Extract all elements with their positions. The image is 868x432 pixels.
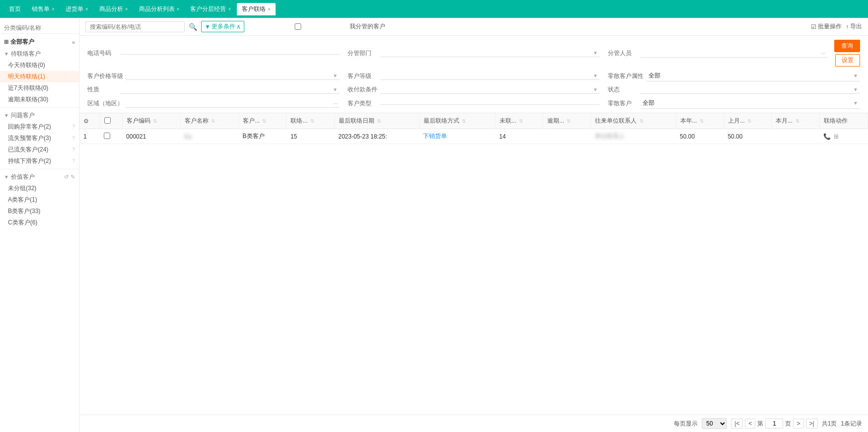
filter-input-price-level[interactable]: ▼ xyxy=(126,72,340,80)
filter-input-phone[interactable] xyxy=(120,52,340,55)
col-check[interactable] xyxy=(100,113,122,129)
nav-analysis[interactable]: 商品分析 × xyxy=(94,3,133,15)
prev-page-button[interactable]: < xyxy=(745,419,755,429)
sort-icon-year[interactable]: ⇅ xyxy=(700,118,704,124)
search-input[interactable] xyxy=(85,21,185,32)
nav-purchase[interactable]: 进货单 × xyxy=(61,3,93,15)
sidebar-search-bar: 🔍 xyxy=(0,22,79,34)
filter-row-retail-attr: 零散客户属性 全部▼ xyxy=(608,71,860,81)
caret-down-icon-8: ▼ xyxy=(853,100,858,106)
cell-last-date: 2023-05-23 18:25: xyxy=(334,129,419,144)
sidebar-item-churn-warning[interactable]: 流失预警客户(3) ? xyxy=(0,133,79,144)
sidebar-item-c-class[interactable]: C类客户(6) xyxy=(0,217,79,228)
col-gear[interactable]: ⚙ xyxy=(79,113,100,129)
filter-input-dept[interactable]: ▼ xyxy=(380,49,600,57)
sidebar-item-ungrouped[interactable]: 未分组(32) xyxy=(0,183,79,194)
sort-icon-code[interactable]: ⇅ xyxy=(153,118,157,124)
row-checkbox[interactable] xyxy=(104,133,110,139)
settings-button[interactable]: 设置 xyxy=(835,54,860,67)
sidebar-item-b-class[interactable]: B类客户(33) xyxy=(0,206,79,217)
close-analysis-list-tab[interactable]: × xyxy=(177,6,180,12)
query-button[interactable]: 查询 xyxy=(834,40,860,52)
search-button[interactable]: 🔍 xyxy=(189,23,197,31)
more-conditions-button[interactable]: ▼ 更多条件 ∧ xyxy=(201,21,244,32)
sort-icon-lastmonth[interactable]: ⇅ xyxy=(747,118,751,124)
sort-icon-date[interactable]: ⇅ xyxy=(377,118,381,124)
sidebar-group-problem[interactable]: ▼ 问题客户 xyxy=(0,110,79,121)
filter-label-retail-cust: 零散客户 xyxy=(608,99,638,108)
cell-code: 000021 xyxy=(122,129,180,144)
sort-icon-name[interactable]: ⇅ xyxy=(211,118,215,124)
next-page-button[interactable]: > xyxy=(793,419,803,429)
filter-row-status: 状态 ▼ xyxy=(608,85,860,94)
nav-sales[interactable]: 销售单 × xyxy=(27,3,60,15)
batch-ops-button[interactable]: ☑ 批量操作 xyxy=(811,22,842,31)
filter-row-retail-cust: 零散客户 全部▼ xyxy=(608,98,860,109)
close-contact-tab[interactable]: × xyxy=(268,6,271,12)
page-unit: 页 xyxy=(785,420,791,428)
select-all-checkbox[interactable] xyxy=(104,117,111,124)
last-page-button[interactable]: >| xyxy=(806,419,818,429)
sidebar-item-abnormal[interactable]: 回购异常客户(2) ? xyxy=(0,121,79,133)
filter-input-retail-attr[interactable]: 全部▼ xyxy=(647,71,860,81)
filter-input-region[interactable]: ··· xyxy=(126,99,340,108)
edit-icon[interactable]: ✎ xyxy=(71,174,75,180)
filter-input-nature[interactable]: ▼ xyxy=(120,86,340,94)
nav-customer-segment[interactable]: 客户分层经营 × xyxy=(185,3,236,15)
first-page-button[interactable]: |< xyxy=(731,419,743,429)
nav-home[interactable]: 首页 xyxy=(4,3,26,15)
page-size-select[interactable]: 50 10 20 100 xyxy=(702,418,727,429)
sort-icon-thismonth[interactable]: ⇅ xyxy=(796,118,799,124)
sort-icon-method[interactable]: ⇅ xyxy=(462,118,466,124)
sidebar-item-7days[interactable]: 近7天待联络(0) xyxy=(0,82,79,94)
filter-input-cust-level[interactable]: ▼ xyxy=(380,72,600,80)
filter-row-region: 区域（地区） ··· xyxy=(87,98,340,109)
filter-input-payment[interactable]: ▼ xyxy=(380,86,600,94)
cell-last-method[interactable]: 下销货单 xyxy=(419,129,495,144)
sidebar-divider-1 xyxy=(0,107,79,108)
customer-table: ⚙ 客户编码 ⇅ 客户名称 ⇅ 客户... ⇅ xyxy=(79,113,868,144)
filter-label-price-level: 客户价格等级 xyxy=(87,72,123,80)
qr-action-icon[interactable]: ⊞ xyxy=(834,133,839,140)
sort-icon-contact[interactable]: ⇅ xyxy=(310,118,314,124)
gear-icon[interactable]: ⚙ xyxy=(83,118,89,125)
filter-input-person[interactable]: ··· xyxy=(641,49,827,58)
my-customers-checkbox[interactable] xyxy=(248,23,348,30)
sidebar-item-today[interactable]: 今天待联络(0) xyxy=(0,60,79,71)
cell-unit-contact: 单位联系人 xyxy=(591,129,676,144)
sidebar-all-customers[interactable]: ⊞ 全部客户 « xyxy=(0,36,79,48)
close-purchase-tab[interactable]: × xyxy=(85,6,88,12)
sort-icon-uncontacted[interactable]: ⇅ xyxy=(519,118,523,124)
sidebar-item-a-class[interactable]: A类客户(1) xyxy=(0,194,79,206)
close-sales-tab[interactable]: × xyxy=(52,6,55,12)
dots-icon-1: ··· xyxy=(821,50,825,56)
sidebar-group-value[interactable]: ▼ 价值客户 ↺ ✎ xyxy=(0,171,79,183)
sidebar-item-tomorrow[interactable]: 明天待联络(1) xyxy=(0,71,79,82)
sidebar-group-pending[interactable]: ▼ 待联络客户 xyxy=(0,48,79,60)
last-method-link[interactable]: 下销货单 xyxy=(423,133,447,140)
sort-icon-overdue[interactable]: ⇅ xyxy=(567,118,571,124)
sidebar-search-input[interactable] xyxy=(4,24,78,31)
close-segment-tab[interactable]: × xyxy=(228,6,231,12)
sidebar-item-overdue[interactable]: 逾期未联络(30) xyxy=(0,94,79,105)
sidebar-item-declining[interactable]: 持续下滑客户(2) ? xyxy=(0,155,79,167)
nav-analysis-list[interactable]: 商品分析列表 × xyxy=(134,3,185,15)
cell-check[interactable] xyxy=(100,129,122,144)
collapse-icon[interactable]: « xyxy=(72,39,75,45)
sidebar-item-churned[interactable]: 已流失客户(24) ? xyxy=(0,144,79,155)
sort-icon-unit[interactable]: ⇅ xyxy=(640,118,644,124)
filter-input-retail-cust[interactable]: 全部▼ xyxy=(641,98,860,109)
table-header-row: ⚙ 客户编码 ⇅ 客户名称 ⇅ 客户... ⇅ xyxy=(79,113,868,129)
sort-icon-type[interactable]: ⇅ xyxy=(262,118,266,124)
filter-row-nature: 性质 ▼ xyxy=(87,85,340,94)
nav-customer-contact[interactable]: 客户联络 × xyxy=(237,3,276,15)
page-number-input[interactable] xyxy=(765,419,783,429)
caret-down-icon-4: ▼ xyxy=(853,73,858,78)
help-icon-3: ? xyxy=(72,147,75,152)
export-button[interactable]: ↑ 导出 xyxy=(846,22,862,31)
filter-input-cust-type[interactable] xyxy=(380,102,600,105)
refresh-icon[interactable]: ↺ xyxy=(64,174,69,180)
phone-action-icon[interactable]: 📞 xyxy=(823,133,831,140)
filter-input-status[interactable]: ▼ xyxy=(641,86,860,94)
close-analysis-tab[interactable]: × xyxy=(125,6,128,12)
